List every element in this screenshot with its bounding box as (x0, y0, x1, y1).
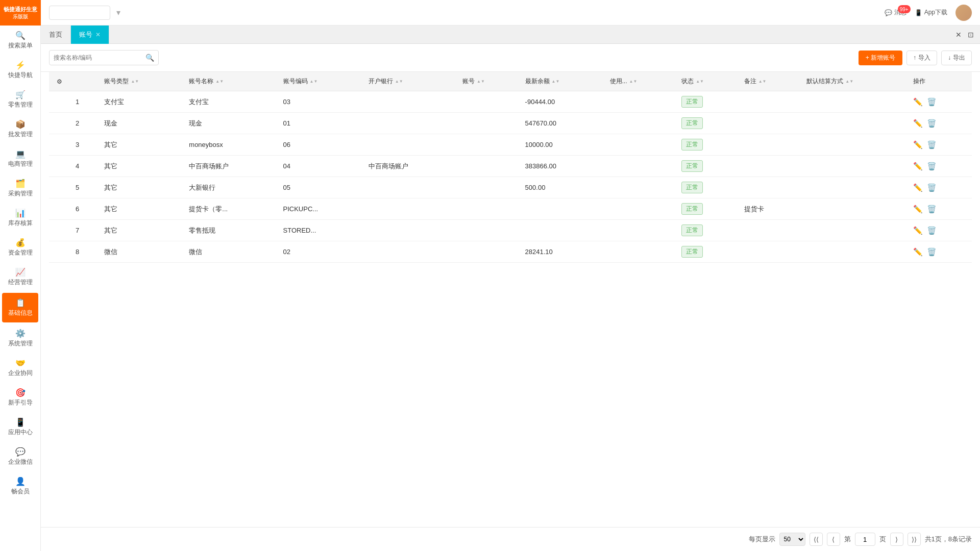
sidebar-item-operations[interactable]: 📈 经营管理 (0, 262, 40, 292)
cell-type: 支付宝 (98, 91, 183, 113)
cell-action: ✏️ 🗑️ (907, 134, 972, 156)
delete-button[interactable]: 🗑️ (927, 183, 937, 192)
sidebar-item-quicknav[interactable]: ⚡ 快捷导航 (0, 55, 40, 85)
sidebar-item-search[interactable]: 🔍 搜索菜单 (0, 26, 40, 55)
prev-page-button[interactable]: ⟨ (827, 533, 840, 546)
action-buttons: ✏️ 🗑️ (913, 247, 966, 257)
cell-bank (362, 113, 456, 134)
cell-status: 正常 (675, 156, 738, 177)
th-note[interactable]: 备注▲▼ (738, 72, 801, 91)
add-button-label: + 新增账号 (866, 54, 895, 62)
topbar-search-input[interactable] (49, 6, 110, 20)
th-code[interactable]: 账号编码▲▼ (277, 72, 362, 91)
window-maximize-btn[interactable]: ⊡ (966, 30, 976, 40)
per-page-label: 每页显示 (749, 535, 775, 544)
sidebar-item-system[interactable]: ⚙️ 系统管理 (0, 323, 40, 353)
delete-button[interactable]: 🗑️ (927, 162, 937, 171)
edit-button[interactable]: ✏️ (913, 97, 923, 107)
cell-usage (604, 198, 676, 220)
sidebar-item-wechat[interactable]: 💬 企业微信 (0, 442, 40, 471)
cell-balance: 28241.10 (519, 241, 604, 263)
tab-home[interactable]: 首页 (41, 26, 71, 44)
cell-name: 大新银行 (183, 177, 277, 198)
delete-button[interactable]: 🗑️ (927, 205, 937, 214)
first-page-button[interactable]: ⟨⟨ (810, 533, 823, 546)
page-number-input[interactable] (855, 533, 875, 546)
edit-button[interactable]: ✏️ (913, 162, 923, 171)
tab-close-icon[interactable]: ✕ (95, 31, 101, 38)
inventory-icon: 📊 (15, 208, 26, 218)
sidebar-item-ecommerce[interactable]: 💻 电商管理 (0, 144, 40, 173)
add-account-button[interactable]: + 新增账号 (859, 51, 902, 65)
cell-type: 其它 (98, 220, 183, 241)
delete-button[interactable]: 🗑️ (927, 140, 937, 149)
topbar-left: ▾ (49, 6, 120, 20)
edit-button[interactable]: ✏️ (913, 183, 923, 192)
delete-button[interactable]: 🗑️ (927, 119, 937, 128)
user-avatar[interactable] (955, 5, 972, 21)
edit-button[interactable]: ✏️ (913, 119, 923, 128)
cell-note (738, 177, 801, 198)
cell-action: ✏️ 🗑️ (907, 91, 972, 113)
sidebar-item-appcenter[interactable]: 📱 应用中心 (0, 412, 40, 442)
table-toolbar: 🔍 + 新增账号 ↑ 导入 ↓ 导出 (41, 44, 980, 72)
sidebar-item-enterprise[interactable]: 🤝 企业协同 (0, 353, 40, 383)
sidebar-item-funds[interactable]: 💰 资金管理 (0, 233, 40, 262)
sort-icon: ▲▼ (215, 80, 224, 84)
edit-button[interactable]: ✏️ (913, 247, 923, 257)
system-icon: ⚙️ (15, 329, 26, 338)
th-status[interactable]: 状态▲▼ (675, 72, 738, 91)
cell-gear (49, 113, 69, 134)
import-label: 导入 (918, 54, 930, 62)
delete-button[interactable]: 🗑️ (927, 247, 937, 257)
th-gear[interactable]: ⚙ (49, 72, 69, 91)
cell-balance: -90444.00 (519, 91, 604, 113)
app-download-button[interactable]: 📱 App下载 (915, 8, 947, 17)
sidebar-item-retail[interactable]: 🛒 零售管理 (0, 85, 40, 114)
th-settle[interactable]: 默认结算方式▲▼ (800, 72, 907, 91)
cell-name: 零售抵现 (183, 220, 277, 241)
delete-button[interactable]: 🗑️ (927, 97, 937, 107)
th-balance[interactable]: 最新余额▲▼ (519, 72, 604, 91)
cell-gear (49, 177, 69, 198)
cell-num: 5 (69, 177, 98, 198)
sidebar-item-basic[interactable]: 📋 基础信息 (2, 293, 38, 322)
sidebar-item-purchase[interactable]: 🗂️ 采购管理 (0, 173, 40, 203)
export-button[interactable]: ↓ 导出 (941, 51, 972, 65)
total-label: 共1页，8条记录 (925, 535, 972, 544)
appcenter-icon: 📱 (15, 417, 26, 427)
table-row: 1 支付宝 支付宝 03 -90444.00 正常 ✏️ 🗑️ (49, 91, 972, 113)
edit-button[interactable]: ✏️ (913, 226, 923, 235)
window-close-btn[interactable]: ✕ (953, 30, 964, 40)
edit-button[interactable]: ✏️ (913, 205, 923, 214)
cell-settle (800, 91, 907, 113)
th-usage[interactable]: 使用...▲▼ (604, 72, 676, 91)
message-button[interactable]: 💬 消息 99+ (885, 8, 906, 17)
cell-status: 正常 (675, 134, 738, 156)
th-name[interactable]: 账号名称▲▼ (183, 72, 277, 91)
cell-num: 4 (69, 156, 98, 177)
th-account[interactable]: 账号▲▼ (456, 72, 519, 91)
sidebar-item-guide[interactable]: 🎯 新手引导 (0, 383, 40, 412)
sidebar-item-wholesale[interactable]: 📦 批发管理 (0, 114, 40, 144)
next-page-button[interactable]: ⟩ (890, 533, 903, 546)
topbar-dropdown-icon[interactable]: ▾ (116, 8, 120, 17)
search-button[interactable]: 🔍 (141, 54, 158, 62)
delete-button[interactable]: 🗑️ (927, 226, 937, 235)
th-bank[interactable]: 开户银行▲▼ (362, 72, 456, 91)
cell-note (738, 113, 801, 134)
tab-account-label: 账号 (79, 30, 92, 39)
cell-usage (604, 241, 676, 263)
edit-button[interactable]: ✏️ (913, 140, 923, 149)
import-button[interactable]: ↑ 导入 (906, 51, 937, 65)
search-input[interactable] (50, 54, 141, 61)
cell-num: 3 (69, 134, 98, 156)
page-size-select[interactable]: 50 20 100 (779, 533, 805, 546)
tab-account[interactable]: 账号 ✕ (71, 26, 109, 44)
sidebar-item-inventory[interactable]: 📊 库存核算 (0, 203, 40, 233)
sidebar-item-member[interactable]: 👤 畅会员 (0, 471, 40, 501)
cell-usage (604, 91, 676, 113)
th-type[interactable]: 账号类型▲▼ (98, 72, 183, 91)
status-badge: 正常 (681, 117, 703, 129)
last-page-button[interactable]: ⟩⟩ (908, 533, 921, 546)
